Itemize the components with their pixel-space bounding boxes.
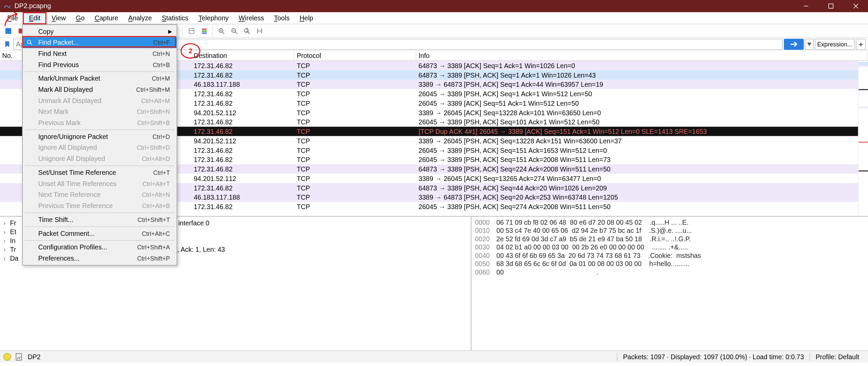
wireshark-icon — [3, 2, 11, 10]
edit-menu-dropdown: Copy▶Find Packet...Ctrl+FFind NextCtrl+N… — [22, 24, 177, 266]
menu-go[interactable]: Go — [71, 13, 90, 23]
menu-item-previous-time-reference: Previous Time ReferenceCtrl+Alt+B — [23, 200, 177, 211]
bookmark-filter-icon[interactable] — [2, 39, 12, 49]
menu-telephony[interactable]: Telephony — [193, 13, 234, 23]
col-info[interactable]: Info — [416, 51, 868, 60]
menu-item-preferences[interactable]: Preferences...Ctrl+Shift+P — [23, 253, 177, 264]
menu-capture[interactable]: Capture — [90, 13, 123, 23]
menu-item-configuration-profiles[interactable]: Configuration Profiles...Ctrl+Shift+A — [23, 242, 177, 253]
title-bar: DP2.pcapng — [0, 0, 868, 12]
menu-item-mark-unmark-packet[interactable]: Mark/Unmark PacketCtrl+M — [23, 73, 177, 84]
svg-line-20 — [222, 32, 224, 34]
minimize-button[interactable] — [793, 0, 818, 12]
hex-row[interactable]: 000006 71 09 cb f8 02 06 48 80 e6 d7 20 … — [475, 219, 865, 227]
svg-line-24 — [235, 32, 237, 34]
menu-statistics[interactable]: Statistics — [157, 13, 194, 23]
col-no[interactable]: No. — [0, 51, 22, 60]
maximize-button[interactable] — [818, 0, 843, 12]
hex-row[interactable]: 005068 3d 68 65 6c 6c 6f 0d 0a 01 00 08 … — [475, 260, 865, 268]
colorize-icon[interactable] — [198, 25, 213, 36]
status-bar: DP2 Packets: 1097 · Displayed: 1097 (100… — [0, 350, 868, 362]
svg-rect-14 — [189, 28, 194, 33]
hex-row[interactable]: 001000 53 c4 7e 40 00 65 06 d2 94 2e b7 … — [475, 227, 865, 235]
col-protocol[interactable]: Protocol — [295, 51, 416, 60]
add-filter-button[interactable]: + — [856, 38, 866, 49]
menu-item-unset-all-time-references: Unset All Time ReferencesCtrl+Alt+T — [23, 178, 177, 189]
menu-item-next-mark: Next MarkCtrl+Shift+N — [23, 106, 177, 117]
filter-history-dropdown[interactable] — [805, 38, 814, 49]
hex-row[interactable]: 00202e 52 fd 69 0d 3d c7 a9 b5 de 21 e9 … — [475, 235, 865, 243]
status-file-label: DP2 — [28, 353, 41, 361]
zoom-out-icon[interactable] — [228, 25, 240, 36]
menu-file[interactable]: File — [2, 13, 23, 23]
svg-text:1: 1 — [245, 27, 249, 33]
col-destination[interactable]: Destination — [192, 51, 295, 60]
menu-item-time-shift[interactable]: Time Shift...Ctrl+Shift+T — [23, 214, 177, 225]
menu-item-unignore-all-displayed: Unignore All DisplayedCtrl+Alt+D — [23, 153, 177, 164]
menu-item-previous-mark: Previous MarkCtrl+Shift+B — [23, 117, 177, 128]
svg-rect-4 — [5, 28, 11, 34]
capture-file-properties-icon[interactable] — [14, 352, 23, 361]
status-packets: Packets: 1097 · Displayed: 1097 (100.0%)… — [617, 353, 810, 361]
autoscroll-icon[interactable] — [185, 25, 198, 36]
menu-item-next-time-reference: Next Time ReferenceCtrl+Alt+N — [23, 189, 177, 200]
svg-rect-17 — [202, 30, 206, 32]
menu-help[interactable]: Help — [295, 13, 318, 23]
menu-item-find-previous[interactable]: Find PreviousCtrl+B — [23, 59, 177, 70]
hex-row[interactable]: 004000 43 6f 6f 6b 69 65 3a 20 6d 73 74 … — [475, 252, 865, 260]
menu-item-ignore-unignore-packet[interactable]: Ignore/Unignore PacketCtrl+D — [23, 131, 177, 142]
expert-info-icon[interactable] — [3, 353, 11, 361]
apply-filter-button[interactable] — [784, 38, 804, 49]
search-icon — [26, 39, 34, 46]
close-button[interactable] — [843, 0, 868, 12]
menu-item-find-next[interactable]: Find NextCtrl+N — [23, 48, 177, 59]
resize-columns-icon[interactable] — [254, 25, 266, 36]
menu-item-set-unset-time-reference[interactable]: Set/Unset Time ReferenceCtrl+T — [23, 167, 177, 178]
menu-item-unmark-all-displayed: Unmark All DisplayedCtrl+Alt+M — [23, 95, 177, 106]
menu-bar: FileEditViewGoCaptureAnalyzeStatisticsTe… — [0, 12, 868, 24]
start-capture-icon[interactable] — [2, 25, 15, 36]
packet-minimap[interactable] — [858, 61, 868, 216]
expression-button[interactable]: Expression... — [815, 38, 855, 49]
svg-rect-32 — [16, 353, 21, 360]
svg-line-34 — [30, 43, 32, 45]
menu-item-mark-all-displayed[interactable]: Mark All DisplayedCtrl+Shift+M — [23, 84, 177, 95]
menu-item-ignore-all-displayed: Ignore All DisplayedCtrl+Shift+D — [23, 142, 177, 154]
menu-wireless[interactable]: Wireless — [234, 13, 269, 23]
hex-row[interactable]: 003004 02 b1 a0 00 00 03 00 00 2b 26 e0 … — [475, 243, 865, 251]
svg-rect-16 — [202, 28, 206, 29]
menu-item-packet-comment[interactable]: Packet Comment...Ctrl+Alt+C — [23, 228, 177, 239]
svg-rect-18 — [202, 32, 206, 34]
menu-analyze[interactable]: Analyze — [123, 13, 157, 23]
menu-tools[interactable]: Tools — [269, 13, 295, 23]
window-title: DP2.pcapng — [14, 2, 51, 10]
zoom-reset-icon[interactable]: 1 — [241, 25, 253, 36]
menu-view[interactable]: View — [46, 13, 71, 23]
menu-item-copy[interactable]: Copy▶ — [23, 26, 177, 37]
status-profile[interactable]: Profile: Default — [809, 353, 865, 361]
zoom-in-icon[interactable] — [215, 25, 228, 36]
svg-rect-1 — [828, 4, 833, 8]
menu-item-find-packet[interactable]: Find Packet...Ctrl+F — [23, 37, 177, 48]
hex-row[interactable]: 006000 . — [475, 268, 865, 277]
svg-point-33 — [27, 40, 31, 43]
packet-bytes-pane[interactable]: 000006 71 09 cb f8 02 06 48 80 e6 d7 20 … — [472, 217, 868, 350]
menu-edit[interactable]: Edit — [23, 12, 47, 24]
